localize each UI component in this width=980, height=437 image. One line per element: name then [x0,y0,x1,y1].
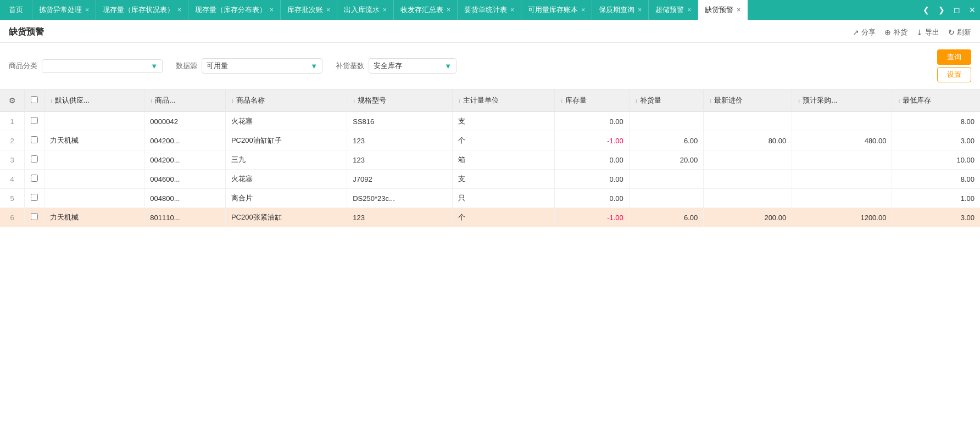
cell-default_supplier: 力天机械 [44,208,144,227]
cell-default_supplier [44,150,144,170]
row-checkbox-0[interactable] [31,117,38,124]
tab-close-abnormal[interactable]: × [85,6,89,14]
th-unit-label: 主计量单位 [463,96,499,105]
th-latest-price-sort-icon: ↕ [709,98,712,104]
tab-close-available-ledger[interactable]: × [581,6,585,14]
tab-label-inout-flow: 出入库流水 [344,5,380,15]
tab-expiry[interactable]: 保质期查询× [592,0,649,20]
tab-inventory-status[interactable]: 现存量（库存状况表）× [96,0,188,20]
export-label: 导出 [925,27,939,37]
datasource-filter-group: 数据源 可用量 ▼ [176,58,322,74]
th-spec-sort-icon: ↕ [353,98,355,104]
tab-close-all-button[interactable]: ✕ [965,0,980,20]
tab-close-inout-flow[interactable]: × [383,6,387,14]
tab-next-button[interactable]: ❯ [934,0,949,20]
settings-button[interactable]: 设置 [937,67,971,82]
table-row: 3004200...三九123箱0.0020.0010.00 [0,150,980,170]
th-unit-sort-icon: ↕ [458,98,461,104]
th-est-purchase: ↕ 预计采购... [792,89,892,112]
table-gear-icon[interactable]: ⚙ [5,94,19,107]
tab-close-shortage[interactable]: × [737,6,740,14]
th-spec: ↕ 规格型号 [347,89,453,112]
share-button[interactable]: ↗ 分享 [853,27,876,37]
tab-batch-account[interactable]: 库存批次账× [281,0,337,20]
export-button[interactable]: ⤓ 导出 [916,27,939,37]
cell-latest_price [704,112,792,131]
cell-default_supplier: 力天机械 [44,131,144,150]
category-label: 商品分类 [9,61,37,71]
cell-stock: -1.00 [555,131,629,150]
tab-prev-button[interactable]: ❮ [918,0,934,20]
th-min-stock-label: 最低库存 [903,96,931,105]
tab-label-shortage: 缺货预警 [705,5,733,15]
replenish-button[interactable]: ⊕ 补货 [884,27,907,37]
th-product-name: ↕ 商品名称 [225,89,347,112]
th-stock-sort-icon: ↕ [560,98,563,104]
cell-product_code: 004200... [144,150,226,170]
tab-receive-summary[interactable]: 收发存汇总表× [394,0,458,20]
datasource-value: 可用量 [207,61,228,71]
cell-latest_price [704,189,792,208]
table-header-row: ⚙ ↕ 默认供应... ↕ 商品... [0,89,980,112]
tab-restore-button[interactable]: ◻ [949,0,965,20]
replenish-label: 补货基数 [336,61,364,71]
cell-row-num: 6 [0,208,25,227]
replenish-select[interactable]: 安全库存 ▼ [369,58,456,74]
cell-unit: 支 [452,170,554,189]
row-checkbox-3[interactable] [31,175,38,182]
refresh-button[interactable]: ↻ 刷新 [948,27,971,37]
tab-home[interactable]: 首页 [0,0,32,20]
tab-close-batch-account[interactable]: × [326,6,330,14]
tab-close-inventory-status[interactable]: × [177,6,181,14]
th-latest-price-label: 最新进价 [714,96,743,105]
category-select[interactable]: ▼ [42,59,163,73]
replenish-value: 安全库存 [374,61,402,71]
cell-latest_price: 200.00 [704,208,792,227]
tab-inventory-dist[interactable]: 现存量（库存分布表）× [188,0,281,20]
row-checkbox-1[interactable] [31,136,38,143]
cell-latest_price [704,150,792,170]
cell-min_stock: 1.00 [892,189,980,208]
row-checkbox-5[interactable] [31,213,38,220]
tab-overstock[interactable]: 超储预警× [649,0,698,20]
tab-close-inventory-dist[interactable]: × [270,6,274,14]
tab-close-receive-summary[interactable]: × [447,6,450,14]
datasource-select[interactable]: 可用量 ▼ [202,58,322,74]
cell-spec: 123 [347,131,453,150]
tab-available-ledger[interactable]: 可用量库存账本× [521,0,592,20]
row-checkbox-2[interactable] [31,155,38,163]
tab-label-available-ledger: 可用量库存账本 [528,5,578,15]
tab-order-stat[interactable]: 要货单统计表× [458,0,521,20]
category-arrow-icon: ▼ [151,62,158,70]
tab-nav-buttons: ❮ ❯ ◻ ✕ [918,0,980,20]
tab-shortage[interactable]: 缺货预警× [698,0,748,20]
row-checkbox-4[interactable] [31,194,38,201]
cell-product_name: PC200油缸缸子 [225,131,347,150]
th-est-purchase-label: 预计采购... [803,96,837,105]
cell-stock: 0.00 [555,150,629,170]
cell-replenish_qty [629,112,703,131]
tab-close-order-stat[interactable]: × [510,6,514,14]
tab-inout-flow[interactable]: 出入库流水× [337,0,394,20]
table-row: 10000042火花塞SS816支0.008.00 [0,112,980,131]
replenish-filter-group: 补货基数 安全库存 ▼ [336,58,456,74]
cell-product_name: 三九 [225,150,347,170]
query-button[interactable]: 查询 [937,49,971,65]
header-actions: ↗ 分享 ⊕ 补货 ⤓ 导出 ↻ 刷新 [853,27,971,37]
cell-est_purchase: 1200.00 [792,208,892,227]
tab-label-receive-summary: 收发存汇总表 [400,5,443,15]
th-unit: ↕ 主计量单位 [452,89,554,112]
select-all-checkbox[interactable] [31,96,38,103]
tab-close-overstock[interactable]: × [687,6,691,14]
cell-est_purchase [792,150,892,170]
th-latest-price: ↕ 最新进价 [704,89,792,112]
th-default-supplier-sort-icon: ↕ [50,98,53,104]
cell-product_code: 004600... [144,170,226,189]
table-row: 2力天机械004200...PC200油缸缸子123个-1.006.0080.0… [0,131,980,150]
tab-abnormal[interactable]: 拣货异常处理× [32,0,96,20]
cell-unit: 个 [452,208,554,227]
page-header: 缺货预警 ↗ 分享 ⊕ 补货 ⤓ 导出 ↻ 刷新 [0,20,980,43]
cell-est_purchase: 480.00 [792,131,892,150]
th-default-supplier-label: 默认供应... [55,96,90,105]
tab-close-expiry[interactable]: × [638,6,642,14]
